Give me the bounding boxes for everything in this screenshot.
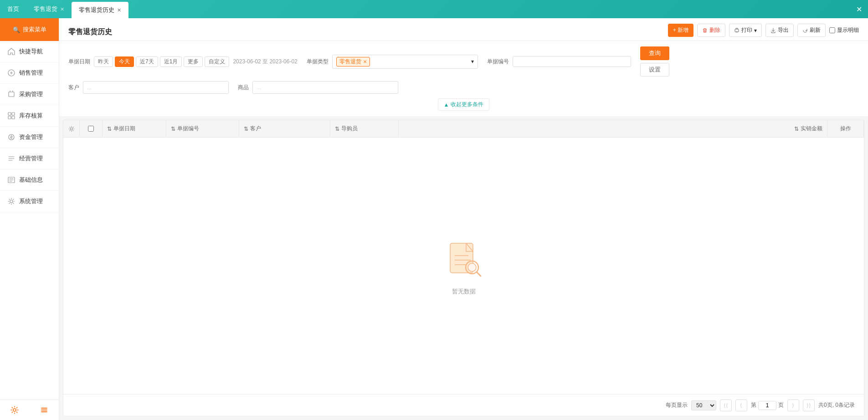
filter-row-2: 客户 ... 商品 ... xyxy=(68,81,859,94)
bill-number-label: 单据编号 xyxy=(487,58,509,66)
bill-date-label: 单据日期 xyxy=(68,58,90,66)
sidebar-item-management[interactable]: 经营管理 xyxy=(0,148,59,169)
export-button[interactable]: 导出 xyxy=(765,24,794,37)
search-icon: 🔍 xyxy=(13,26,20,33)
query-settings-group: 查询 设置 xyxy=(640,46,669,77)
customer-select[interactable]: ... xyxy=(83,81,229,94)
management-icon xyxy=(7,154,15,163)
prev-page-button[interactable]: ⟨ xyxy=(735,400,747,411)
bill-number-input[interactable] xyxy=(513,56,631,67)
per-page-label: 每页显示 xyxy=(666,401,688,409)
svg-rect-10 xyxy=(735,29,739,32)
filter-section: 单据日期 昨天 今天 近7天 近1月 更多 自定义 2023-06-02 至 2… xyxy=(59,41,868,116)
svg-rect-2 xyxy=(8,113,11,115)
th-guide[interactable]: ⇅ 导购员 xyxy=(330,120,399,137)
customer-label: 客户 xyxy=(68,84,79,92)
th-settings[interactable] xyxy=(63,120,80,137)
date-btn-yesterday[interactable]: 昨天 xyxy=(94,56,113,67)
goods-placeholder: ... xyxy=(257,84,261,91)
table-header: ⇅ 单据日期 ⇅ 单据编号 ⇅ 客户 ⇅ 导购员 ⇅ 实销金额 xyxy=(63,120,864,138)
refresh-button[interactable]: 刷新 xyxy=(797,24,826,37)
sidebar-item-finance[interactable]: 资金管理 xyxy=(0,127,59,148)
th-date[interactable]: ⇅ 单据日期 xyxy=(103,120,166,137)
svg-rect-3 xyxy=(12,113,15,115)
bill-type-select[interactable]: 零售退货 ✕ ▾ xyxy=(332,55,478,69)
sidebar-nav: 快捷导航 销售管理 采购管理 库存核算 xyxy=(0,41,59,400)
window-close-button[interactable]: ✕ xyxy=(850,0,868,18)
goods-select[interactable]: ... xyxy=(252,81,398,94)
th-checkbox[interactable] xyxy=(80,120,103,137)
show-detail-checkbox[interactable]: 显示明细 xyxy=(829,26,859,34)
bill-type-label: 单据类型 xyxy=(307,58,329,66)
page-title: 零售退货历史 xyxy=(68,27,112,37)
svg-point-9 xyxy=(13,409,16,411)
page-number-input[interactable] xyxy=(758,401,776,410)
query-button[interactable]: 查询 xyxy=(640,46,669,60)
date-filter-group: 单据日期 昨天 今天 近7天 近1月 更多 自定义 2023-06-02 至 2… xyxy=(68,56,298,67)
sidebar-item-quicknav[interactable]: 快捷导航 xyxy=(0,41,59,62)
empty-text: 暂无数据 xyxy=(452,287,476,296)
top-bar: 首页 零售退货 ✕ 零售退货历史 ✕ ✕ xyxy=(0,0,868,18)
sidebar-item-purchase[interactable]: 采购管理 xyxy=(0,84,59,105)
delete-button[interactable]: 删除 xyxy=(697,24,725,37)
th-bill-no[interactable]: ⇅ 单据编号 xyxy=(166,120,239,137)
svg-point-17 xyxy=(468,263,476,271)
date-btn-custom[interactable]: 自定义 xyxy=(205,56,229,67)
show-detail-check[interactable] xyxy=(829,27,835,33)
home-icon xyxy=(7,47,15,56)
date-btn-more[interactable]: 更多 xyxy=(184,56,203,67)
tab-retail-return-history[interactable]: 零售退货历史 ✕ xyxy=(72,2,128,18)
next-page-button[interactable]: ⟩ xyxy=(787,400,799,411)
settings-button[interactable]: 设置 xyxy=(640,63,669,77)
finance-icon xyxy=(7,133,15,141)
tab-retail-return-close[interactable]: ✕ xyxy=(60,6,64,12)
th-customer[interactable]: ⇅ 客户 xyxy=(239,120,330,137)
total-info: 共0页, 0条记录 xyxy=(818,401,855,409)
th-amount[interactable]: ⇅ 实销金额 xyxy=(399,120,827,137)
tab-retail-return-history-close[interactable]: ✕ xyxy=(117,7,121,13)
bill-number-filter-group: 单据编号 xyxy=(487,56,631,67)
bill-type-remove[interactable]: ✕ xyxy=(363,59,367,64)
date-btn-1month[interactable]: 近1月 xyxy=(160,56,182,67)
date-btn-today[interactable]: 今天 xyxy=(115,56,134,67)
date-range-display: 2023-06-02 至 2023-06-02 xyxy=(233,58,297,66)
sales-icon xyxy=(7,69,15,77)
sidebar-item-system[interactable]: 系统管理 xyxy=(0,191,59,212)
tab-retail-return[interactable]: 零售退货 ✕ xyxy=(26,0,72,18)
print-button[interactable]: 打印 ▾ xyxy=(729,24,762,37)
system-icon xyxy=(7,197,15,205)
sidebar-item-info[interactable]: 基础信息 xyxy=(0,169,59,191)
sidebar-item-inventory[interactable]: 库存核算 xyxy=(0,105,59,127)
collapse-row: ▲ 收起更多条件 xyxy=(68,98,859,111)
last-page-button[interactable]: ⟩⟩ xyxy=(803,400,815,411)
tab-list: 首页 零售退货 ✕ 零售退货历史 ✕ xyxy=(0,0,850,18)
goods-filter-group: 商品 ... xyxy=(238,81,398,94)
new-button[interactable]: + 新增 xyxy=(668,24,693,37)
page-header: 零售退货历史 + 新增 删除 打印 ▾ 导出 刷新 xyxy=(59,18,868,41)
svg-point-8 xyxy=(10,200,13,203)
info-icon xyxy=(7,176,15,184)
per-page-select[interactable]: 50 20 100 xyxy=(691,400,716,410)
goods-label: 商品 xyxy=(238,84,249,92)
main-content: 零售退货历史 + 新增 删除 打印 ▾ 导出 刷新 xyxy=(59,18,868,420)
select-all-checkbox[interactable] xyxy=(88,126,94,132)
first-page-button[interactable]: ⟨⟨ xyxy=(720,400,732,411)
sidebar-bottom xyxy=(0,400,59,420)
sidebar-menu-button[interactable] xyxy=(37,403,51,417)
collapse-button[interactable]: ▲ 收起更多条件 xyxy=(438,98,490,111)
tab-home[interactable]: 首页 xyxy=(0,0,26,18)
sidebar-search[interactable]: 🔍 搜索菜单 xyxy=(0,18,59,41)
svg-rect-5 xyxy=(12,116,15,119)
th-action: 操作 xyxy=(827,120,864,137)
inventory-icon xyxy=(7,112,15,120)
sidebar-gear-button[interactable] xyxy=(7,403,22,417)
sidebar: 🔍 搜索菜单 快捷导航 销售管理 采购管理 xyxy=(0,18,59,420)
date-btn-7days[interactable]: 近7天 xyxy=(136,56,158,67)
data-table: ⇅ 单据日期 ⇅ 单据编号 ⇅ 客户 ⇅ 导购员 ⇅ 实销金额 xyxy=(63,120,864,416)
svg-rect-4 xyxy=(8,116,11,119)
dropdown-icon: ▾ xyxy=(471,58,474,65)
sidebar-search-label: 搜索菜单 xyxy=(23,26,46,34)
main-layout: 🔍 搜索菜单 快捷导航 销售管理 采购管理 xyxy=(0,18,868,420)
sidebar-item-sales[interactable]: 销售管理 xyxy=(0,62,59,84)
date-shortcuts: 昨天 今天 近7天 近1月 更多 自定义 xyxy=(94,56,229,67)
